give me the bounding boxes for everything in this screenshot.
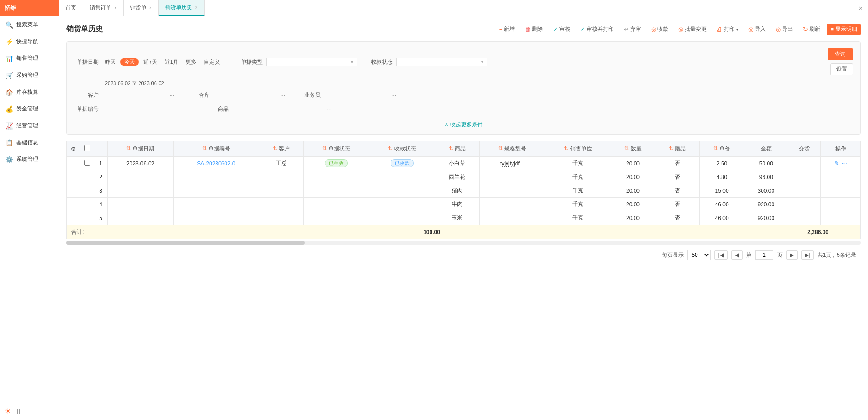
sidebar-label-quick: 快捷导航 bbox=[16, 38, 38, 45]
next-page-button[interactable]: ▶ bbox=[786, 250, 798, 260]
tab-sales-order-close[interactable]: × bbox=[114, 5, 117, 10]
doc-number-cell[interactable]: SA-20230602-0 bbox=[173, 157, 259, 170]
show-detail-label: 显示明细 bbox=[835, 25, 857, 33]
collapse-icon: ∧ bbox=[444, 121, 449, 128]
customer-input[interactable] bbox=[102, 90, 166, 100]
col-goods[interactable]: ⇅ 商品 bbox=[435, 141, 479, 157]
sort-icon-3: ⇅ bbox=[273, 145, 277, 152]
row-checkbox-cell[interactable] bbox=[80, 157, 94, 170]
collapse-button[interactable]: ∧ 收起更多条件 bbox=[74, 119, 853, 130]
col-doc-number[interactable]: ⇅ 单据编号 bbox=[173, 141, 259, 157]
page-number-input[interactable] bbox=[755, 250, 773, 260]
sidebar-item-finance[interactable]: 💰 资金管理 bbox=[0, 100, 59, 117]
batch-change-button[interactable]: ◎ 批量变更 bbox=[675, 24, 710, 35]
sidebar-item-basic-info[interactable]: 📋 基础信息 bbox=[0, 134, 59, 151]
refresh-button[interactable]: ↻ 刷新 bbox=[799, 24, 824, 35]
tab-sales-order[interactable]: 销售订单 × bbox=[83, 0, 124, 16]
sidebar-item-purchase-mgmt[interactable]: 🛒 采购管理 bbox=[0, 67, 59, 84]
salesperson-more[interactable]: ··· bbox=[391, 92, 396, 99]
date-tag-1month[interactable]: 近1月 bbox=[162, 58, 181, 66]
tab-sales-invoice[interactable]: 销货单 × bbox=[124, 0, 159, 16]
audit-label: 审核 bbox=[559, 25, 570, 33]
docnumber-input[interactable] bbox=[102, 105, 193, 114]
goods-input[interactable] bbox=[232, 105, 323, 114]
col-doc-status[interactable]: ⇅ 单据状态 bbox=[303, 141, 369, 157]
sort-icon-11: ⇅ bbox=[713, 145, 718, 152]
date-tag-7days[interactable]: 近7天 bbox=[140, 58, 160, 66]
col-customer[interactable]: ⇅ 客户 bbox=[259, 141, 304, 157]
per-page-select[interactable]: 50 100 bbox=[687, 250, 711, 260]
collect-status-select[interactable]: ▾ bbox=[396, 58, 487, 66]
doc-date-cell bbox=[108, 184, 174, 198]
abandon-button[interactable]: ↩ 弃审 bbox=[620, 24, 645, 35]
print-button[interactable]: 🖨 打印 ▾ bbox=[713, 24, 742, 35]
date-tag-more[interactable]: 更多 bbox=[183, 58, 199, 66]
col-unit-price[interactable]: ⇅ 单价 bbox=[700, 141, 744, 157]
col-checkbox[interactable] bbox=[80, 141, 94, 157]
select-all-checkbox[interactable] bbox=[84, 145, 90, 151]
col-gift[interactable]: ⇅ 赠品 bbox=[655, 141, 700, 157]
show-detail-button[interactable]: ≡ 显示明细 bbox=[827, 24, 861, 35]
table-row: 4牛肉千克20.00否46.00920.00 bbox=[67, 198, 861, 211]
goods-more[interactable]: ··· bbox=[327, 106, 331, 113]
gift-cell: 否 bbox=[655, 198, 700, 211]
col-doc-date[interactable]: ⇅ 单据日期 bbox=[108, 141, 174, 157]
date-tag-today[interactable]: 今天 bbox=[120, 58, 139, 66]
close-all-tabs[interactable]: × bbox=[853, 5, 868, 12]
export-button[interactable]: ◎ 导出 bbox=[772, 24, 797, 35]
more-action-icon[interactable]: ⋯ bbox=[841, 160, 847, 167]
table-row: 12023-06-02SA-20230602-0王总已生效已收款小白菜tyjyj… bbox=[67, 157, 861, 170]
col-collect-status[interactable]: ⇅ 收款状态 bbox=[369, 141, 435, 157]
col-unit[interactable]: ⇅ 销售单位 bbox=[545, 141, 611, 157]
collect-button[interactable]: ◎ 收款 bbox=[647, 24, 672, 35]
tab-sales-history[interactable]: 销货单历史 × bbox=[159, 0, 205, 16]
salesperson-input[interactable] bbox=[324, 90, 388, 100]
date-label: 单据日期 bbox=[74, 58, 99, 66]
tab-home[interactable]: 首页 bbox=[59, 0, 83, 16]
amount-cell: 96.00 bbox=[744, 170, 788, 184]
col-amount[interactable]: 金额 bbox=[744, 141, 788, 157]
tab-sales-history-close[interactable]: × bbox=[195, 5, 198, 10]
doctype-select[interactable]: ▾ bbox=[266, 58, 357, 66]
date-range-box: 昨天 今天 近7天 近1月 更多 自定义 bbox=[102, 58, 223, 66]
date-tag-yesterday[interactable]: 昨天 bbox=[102, 58, 119, 66]
filter-customer: 客户 ··· bbox=[74, 90, 174, 100]
col-qty[interactable]: ⇅ 数量 bbox=[611, 141, 655, 157]
collect-status-label: 收款状态 bbox=[368, 58, 393, 66]
delete-button[interactable]: 🗑 删除 bbox=[521, 24, 547, 35]
horizontal-scrollbar[interactable] bbox=[66, 241, 861, 245]
sidebar-item-quick-nav[interactable]: ⚡ 快捷导航 bbox=[0, 33, 59, 50]
sidebar-label-search: 搜索菜单 bbox=[16, 21, 38, 29]
tab-sales-invoice-close[interactable]: × bbox=[149, 5, 152, 10]
warehouse-input[interactable] bbox=[213, 90, 277, 100]
sidebar-bottom-icon1[interactable]: ☀ bbox=[5, 407, 11, 415]
col-settings[interactable]: ⚙ bbox=[67, 141, 80, 157]
qty-cell: 20.00 bbox=[611, 157, 655, 170]
audit-print-icon: ✓ bbox=[580, 26, 585, 33]
row-checkbox[interactable] bbox=[84, 160, 90, 166]
sidebar-item-sys-mgmt[interactable]: ⚙️ 系统管理 bbox=[0, 151, 59, 168]
sidebar-item-search-menu[interactable]: 🔍 搜索菜单 bbox=[0, 16, 59, 33]
query-button[interactable]: 查询 bbox=[828, 48, 853, 60]
audit-button[interactable]: ✓ 审核 bbox=[549, 24, 574, 35]
delete-icon: 🗑 bbox=[525, 26, 531, 33]
salesperson-label: 业务员 bbox=[296, 91, 321, 99]
first-page-button[interactable]: |◀ bbox=[714, 250, 727, 260]
date-tag-custom[interactable]: 自定义 bbox=[201, 58, 223, 66]
warehouse-more[interactable]: ··· bbox=[281, 92, 285, 99]
edit-icon[interactable]: ✎ bbox=[834, 160, 839, 167]
import-button[interactable]: ◎ 导入 bbox=[745, 24, 769, 35]
prev-page-button[interactable]: ◀ bbox=[731, 250, 743, 260]
filter-collect-status: 收款状态 ▾ bbox=[368, 58, 487, 66]
setting-button[interactable]: 设置 bbox=[830, 63, 853, 75]
sidebar-item-sales-mgmt[interactable]: 📊 销售管理 bbox=[0, 50, 59, 67]
sidebar-bottom-icon2[interactable]: ⏸ bbox=[15, 407, 22, 415]
add-button[interactable]: + 新增 bbox=[496, 24, 519, 35]
gift-cell: 否 bbox=[655, 170, 700, 184]
last-page-button[interactable]: ▶| bbox=[801, 250, 814, 260]
customer-more[interactable]: ··· bbox=[170, 92, 174, 99]
sidebar-item-inventory[interactable]: 🏠 库存核算 bbox=[0, 84, 59, 100]
audit-print-button[interactable]: ✓ 审核并打印 bbox=[577, 24, 617, 35]
col-spec[interactable]: ⇅ 规格型号 bbox=[479, 141, 545, 157]
sidebar-item-operations[interactable]: 📈 经营管理 bbox=[0, 117, 59, 134]
